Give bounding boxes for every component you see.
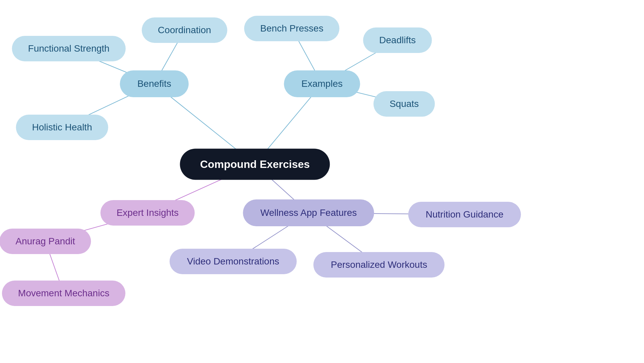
node-video-demos[interactable]: Video Demonstrations	[170, 249, 297, 274]
node-squats[interactable]: Squats	[373, 91, 435, 117]
node-examples[interactable]: Examples	[284, 70, 360, 97]
node-coordination[interactable]: Coordination	[142, 17, 227, 43]
node-benefits[interactable]: Benefits	[120, 70, 189, 97]
node-holistic-health[interactable]: Holistic Health	[16, 115, 108, 140]
node-movement-mechanics[interactable]: Movement Mechanics	[2, 281, 125, 306]
mind-map: Compound Exercises BenefitsFunctional St…	[0, 0, 644, 363]
node-center[interactable]: Compound Exercises	[180, 149, 330, 180]
node-expert-insights[interactable]: Expert Insights	[100, 200, 195, 226]
node-bench-presses[interactable]: Bench Presses	[244, 16, 339, 41]
node-functional-strength[interactable]: Functional Strength	[12, 36, 126, 61]
node-wellness-app[interactable]: Wellness App Features	[243, 199, 374, 226]
node-anurag-pandit[interactable]: Anurag Pandit	[0, 229, 91, 254]
node-nutrition[interactable]: Nutrition Guidance	[408, 202, 521, 227]
node-deadlifts[interactable]: Deadlifts	[363, 27, 432, 53]
node-personalized[interactable]: Personalized Workouts	[313, 252, 444, 278]
